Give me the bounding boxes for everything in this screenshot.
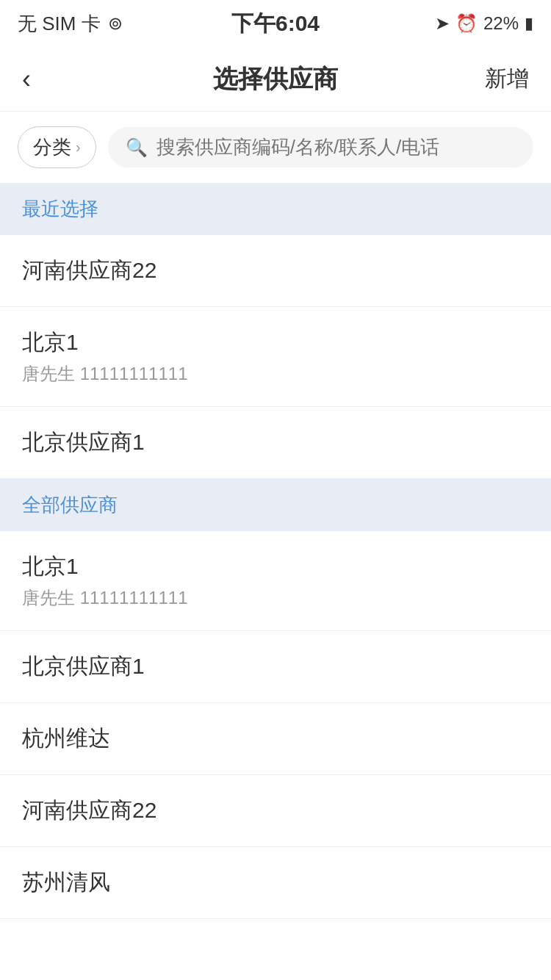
status-left: 无 SIM 卡 ⊚ <box>18 11 123 37</box>
list-item[interactable]: 苏州清风 <box>0 847 551 919</box>
recent-list: 河南供应商22 北京1 唐先生 11111111111 北京供应商1 <box>0 235 551 479</box>
add-button[interactable]: 新增 <box>470 64 529 94</box>
status-bar: 无 SIM 卡 ⊚ 下午6:04 ➤ ⏰ 22% ▮ <box>0 0 551 47</box>
list-item[interactable]: 北京供应商1 <box>0 407 551 479</box>
list-item[interactable]: 北京供应商1 <box>0 631 551 703</box>
carrier-label: 无 SIM 卡 <box>18 11 101 37</box>
item-name: 河南供应商22 <box>22 796 529 826</box>
chevron-right-icon: › <box>76 139 81 156</box>
search-input[interactable] <box>156 136 516 159</box>
battery-label: 22% <box>483 13 519 34</box>
item-name: 北京1 <box>22 328 529 358</box>
recent-section-header: 最近选择 <box>0 183 551 235</box>
list-item[interactable]: 北京1 唐先生 11111111111 <box>0 531 551 631</box>
item-name: 北京供应商1 <box>22 428 529 458</box>
item-name: 河南供应商22 <box>22 256 529 286</box>
category-button[interactable]: 分类 › <box>18 126 96 168</box>
list-item[interactable]: 北京1 唐先生 11111111111 <box>0 307 551 407</box>
list-item[interactable]: 河南供应商22 <box>0 235 551 307</box>
battery-icon: ▮ <box>525 14 533 33</box>
search-box[interactable]: 🔍 <box>108 127 533 167</box>
status-time: 下午6:04 <box>231 9 320 39</box>
status-right: ➤ ⏰ 22% ▮ <box>435 13 533 34</box>
item-sub: 唐先生 11111111111 <box>22 586 529 610</box>
all-list: 北京1 唐先生 11111111111 北京供应商1 杭州维达 河南供应商22 … <box>0 531 551 919</box>
list-item[interactable]: 杭州维达 <box>0 703 551 775</box>
category-label: 分类 <box>33 134 71 160</box>
back-button[interactable]: ‹ <box>22 64 81 95</box>
filter-bar: 分类 › 🔍 <box>0 112 551 183</box>
alarm-icon: ⏰ <box>455 13 478 34</box>
item-name: 北京供应商1 <box>22 652 529 682</box>
location-icon: ➤ <box>435 13 450 34</box>
item-name: 苏州清风 <box>22 868 529 898</box>
item-sub: 唐先生 11111111111 <box>22 362 529 386</box>
item-name: 北京1 <box>22 552 529 582</box>
search-icon: 🔍 <box>126 137 148 158</box>
item-name: 杭州维达 <box>22 724 529 754</box>
all-section-header: 全部供应商 <box>0 479 551 531</box>
list-item[interactable]: 河南供应商22 <box>0 775 551 847</box>
page-title: 选择供应商 <box>81 62 470 96</box>
wifi-icon: ⊚ <box>108 13 123 34</box>
nav-bar: ‹ 选择供应商 新增 <box>0 47 551 112</box>
